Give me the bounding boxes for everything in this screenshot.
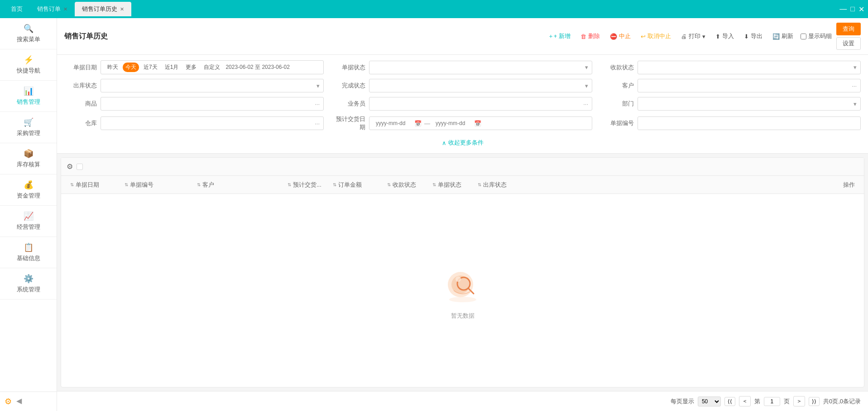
last-page-btn[interactable]: ⟩⟩ [809, 397, 820, 406]
th-date[interactable]: ⇅ 单据日期 [67, 181, 121, 189]
sidebar-item-info[interactable]: 📋 基础信息 [0, 237, 57, 268]
stop-button[interactable]: ⛔ 中止 [607, 30, 633, 42]
salesman-control[interactable]: ··· [369, 97, 592, 111]
add-button[interactable]: ＋ + 新增 [545, 30, 573, 42]
sidebar-item-sales-label: 销售管理 [17, 98, 40, 106]
collapse-bar[interactable]: ∧ 收起更多条件 [64, 136, 861, 148]
warehouse-control[interactable]: ··· [101, 116, 324, 130]
tab-sales-order-close[interactable]: ✕ [63, 6, 67, 12]
refresh-button[interactable]: 🔄 刷新 [770, 30, 796, 42]
sort-icon-pay: ⇅ [387, 182, 391, 187]
th-out-status[interactable]: ⇅ 出库状态 [474, 181, 519, 189]
delete-button[interactable]: 🗑 删除 [578, 30, 603, 42]
th-customer[interactable]: ⇅ 客户 [193, 181, 284, 189]
pagination: 每页显示 50 10 20 100 ⟨⟨ ＜ 第 页 ＞ ⟩⟩ 共0页,0条记录 [57, 391, 868, 411]
filter-row-1: 单据日期 昨天 今天 近7天 近1月 更多 自定义 2023-06-02 至 2… [64, 60, 861, 74]
order-status-control[interactable]: ▾ [369, 61, 592, 74]
pay-status-control[interactable]: ▾ [638, 61, 861, 74]
add-icon: ＋ [548, 32, 554, 40]
delivery-date-label: 预计交货日期 [333, 115, 369, 131]
out-status-control[interactable]: ▾ [101, 79, 324, 92]
sidebar-item-finance[interactable]: 💰 资金管理 [0, 174, 57, 206]
display-cols-checkbox[interactable] [801, 34, 806, 39]
complete-status-label: 完成状态 [333, 82, 369, 90]
settings-button[interactable]: 设置 [836, 37, 861, 50]
order-num-input[interactable] [642, 120, 857, 127]
first-page-btn[interactable]: ⟨⟨ [724, 397, 735, 406]
sales-icon: 📊 [24, 86, 34, 96]
warehouse-label: 仓库 [64, 119, 101, 127]
close-icon[interactable]: ✕ [858, 5, 864, 14]
date-btn-1month[interactable]: 近1月 [162, 63, 182, 72]
select-all-checkbox[interactable] [77, 164, 83, 170]
cancel-stop-button[interactable]: ↩ 取消中止 [638, 30, 674, 42]
date-btn-custom[interactable]: 自定义 [201, 63, 223, 72]
goods-label: 商品 [64, 100, 101, 108]
delivery-date-control[interactable]: 📅 — 📅 [369, 116, 592, 130]
th-amount[interactable]: ⇅ 订单金额 [329, 181, 384, 189]
filter-row-4: 仓库 ··· 预计交货日期 📅 — 📅 单据编号 [64, 115, 861, 131]
sidebar-item-inventory[interactable]: 📦 库存核算 [0, 143, 57, 174]
export-button[interactable]: ⬇ 导出 [741, 30, 765, 42]
th-action-label: 操作 [843, 181, 855, 189]
tab-sales-order-history-close[interactable]: ✕ [120, 6, 124, 12]
delivery-date-end[interactable] [433, 119, 471, 128]
next-page-btn[interactable]: ＞ [793, 396, 805, 406]
stop-icon: ⛔ [610, 33, 617, 40]
sidebar-item-search-menu[interactable]: 🔍 搜索菜单 [0, 18, 57, 49]
order-num-control[interactable] [638, 116, 861, 130]
display-cols-toggle[interactable]: 显示码细 [801, 32, 832, 40]
print-icon: 🖨 [681, 33, 687, 40]
export-icon: ⬇ [744, 33, 749, 40]
tab-sales-order-label: 销售订单 [37, 5, 61, 13]
import-button[interactable]: ⬆ 导入 [713, 30, 737, 42]
date-btn-7days[interactable]: 近7天 [141, 63, 160, 72]
goods-control[interactable]: ··· [101, 97, 324, 111]
sort-icon-out: ⇅ [478, 182, 481, 187]
table-settings-icon[interactable]: ⚙ [67, 162, 73, 171]
query-button[interactable]: 查询 [836, 23, 861, 35]
th-pay-status[interactable]: ⇅ 收款状态 [384, 181, 429, 189]
out-status-arrow: ▾ [317, 82, 320, 89]
tab-sales-order-history-label: 销售订单历史 [82, 5, 117, 13]
header-actions: ＋ + 新增 🗑 删除 ⛔ 中止 ↩ 取消中止 🖨 打印 [545, 23, 861, 50]
date-btn-more[interactable]: 更多 [183, 63, 199, 72]
sidebar-item-quick-nav[interactable]: ⚡ 快捷导航 [0, 49, 57, 81]
prev-page-btn[interactable]: ＜ [739, 396, 751, 406]
sidebar-item-purchase[interactable]: 🛒 采购管理 [0, 112, 57, 143]
sort-icon-order: ⇅ [432, 182, 436, 187]
complete-status-control[interactable]: ▾ [369, 79, 592, 92]
th-delivery[interactable]: ⇅ 预计交货... [284, 181, 329, 189]
date-btn-today[interactable]: 今天 [123, 63, 139, 72]
customer-control[interactable]: ··· [638, 79, 861, 92]
sidebar-item-inventory-label: 库存核算 [17, 160, 40, 169]
empty-state: 暂无数据 [61, 194, 864, 387]
delivery-calendar-end[interactable]: 📅 [474, 120, 481, 127]
sidebar-item-info-label: 基础信息 [17, 254, 40, 262]
th-action: 操作 [519, 181, 858, 189]
sidebar-collapse-icon[interactable]: ◀ [16, 396, 22, 406]
sidebar-settings-icon[interactable]: ⚙ [5, 396, 12, 406]
th-num[interactable]: ⇅ 单据编号 [121, 181, 193, 189]
th-order-status[interactable]: ⇅ 单据状态 [429, 181, 474, 189]
tab-home[interactable]: 首页 [4, 2, 30, 16]
minimize-icon[interactable]: — [839, 5, 847, 13]
maximize-icon[interactable]: □ [850, 5, 855, 13]
page-size-select[interactable]: 50 10 20 100 [698, 396, 721, 406]
page-number-input[interactable] [764, 397, 780, 406]
order-num-label: 单据编号 [601, 119, 638, 127]
dept-control[interactable]: ▾ [638, 97, 861, 111]
refresh-icon: 🔄 [772, 33, 780, 40]
sidebar-item-sales[interactable]: 📊 销售管理 [0, 81, 57, 112]
sidebar-item-operations[interactable]: 📈 经营管理 [0, 206, 57, 237]
date-filter-control[interactable]: 昨天 今天 近7天 近1月 更多 自定义 2023-06-02 至 2023-0… [101, 60, 324, 74]
print-button[interactable]: 🖨 打印 ▾ [678, 30, 708, 42]
th-num-label: 单据编号 [130, 181, 153, 189]
delivery-calendar-start[interactable]: 📅 [414, 120, 422, 127]
sidebar-item-system[interactable]: ⚙️ 系统管理 [0, 268, 57, 300]
th-customer-label: 客户 [202, 181, 214, 189]
delivery-date-start[interactable] [373, 119, 412, 128]
date-btn-yesterday[interactable]: 昨天 [105, 63, 121, 72]
tab-sales-order-history[interactable]: 销售订单历史 ✕ [75, 2, 131, 16]
tab-sales-order[interactable]: 销售订单 ✕ [30, 2, 75, 16]
